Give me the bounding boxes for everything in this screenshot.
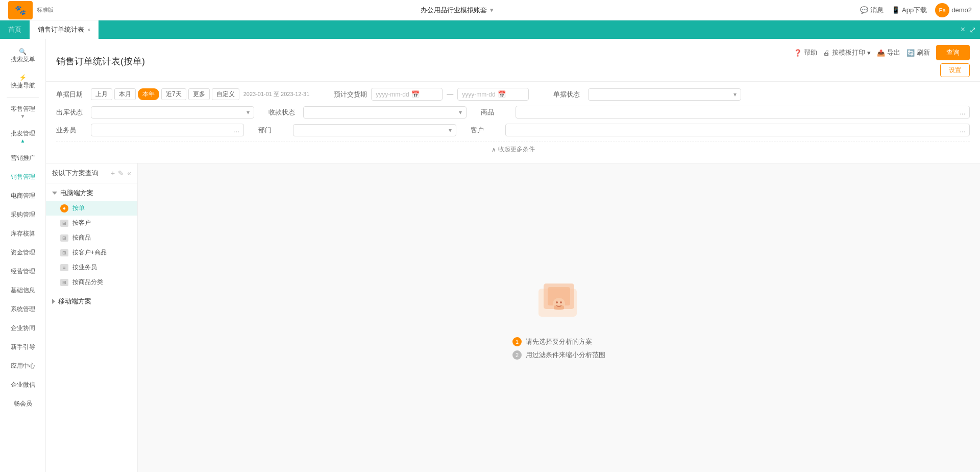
pc-scheme-group-label: 电脑端方案 [60,188,93,198]
scheme-item-by-goods-cat[interactable]: ⊞ 按商品分类 [46,275,137,290]
customer-more-icon[interactable]: ... [960,126,965,134]
date-btn-more[interactable]: 更多 [188,88,210,100]
collapse-panel-icon[interactable]: « [127,169,131,177]
calendar-end-icon: 📅 [498,90,506,98]
empty-hint-1: 1 请先选择要分析的方案 [512,337,605,346]
calendar-start-icon: 📅 [411,90,420,98]
print-template-btn[interactable]: 🖨 按模板打印 ▾ [823,48,871,57]
scheme-item-by-customer[interactable]: ⊞ 按客户 [46,216,137,230]
sidebar-item-marketing[interactable]: 营销推广 [0,149,45,168]
date-btn-7days[interactable]: 近7天 [161,88,186,100]
scheme-by-custgoods-icon: ⊞ [60,249,68,256]
left-panel-actions: + ✎ « [111,169,131,177]
edit-scheme-icon[interactable]: ✎ [118,169,124,177]
svg-rect-4 [554,305,564,310]
app-download-btn[interactable]: 📱 App下载 [892,6,927,15]
date-btn-this-year[interactable]: 本年 [138,88,159,100]
hint-text-1: 请先选择要分析的方案 [526,337,592,346]
sidebar-item-base-info[interactable]: 基础信息 [0,281,45,300]
empty-illustration [528,276,590,327]
user-menu[interactable]: Ea demo2 [935,3,972,17]
add-scheme-icon[interactable]: + [111,169,115,177]
tab-expand-btn[interactable]: ⤢ [969,25,976,35]
tab-home-label: 首页 [8,25,21,34]
sidebar-item-finance[interactable]: 资金管理 [0,243,45,262]
query-button[interactable]: 查询 [936,45,970,60]
sidebar-item-enterprise[interactable]: 企业协同 [0,319,45,338]
salesperson-input[interactable]: ... [91,124,244,136]
scheme-by-cat-label: 按商品分类 [72,278,103,287]
pc-scheme-group-header[interactable]: 电脑端方案 [46,185,137,201]
payment-status-select[interactable]: ▾ [303,106,467,119]
goods-more-icon[interactable]: ... [960,108,965,116]
scheme-by-customer-icon: ⊞ [60,220,68,227]
empty-hint-2: 2 用过滤条件来缩小分析范围 [512,350,605,360]
tabbar: 首页 销售订单统计表 × × ⤢ [0,20,980,39]
scheme-by-customer-label: 按客户 [72,219,91,227]
sidebar-item-inventory[interactable]: 库存核算 [0,224,45,243]
left-panel-header: 按以下方案查询 + ✎ « [46,163,137,183]
empty-state: 1 请先选择要分析的方案 2 用过滤条件来缩小分析范围 [512,276,605,360]
hint-text-2: 用过滤条件来缩小分析范围 [526,350,605,360]
scheme-by-sales-label: 按业务员 [72,263,97,272]
date-btn-this-month[interactable]: 本月 [114,88,136,100]
sidebar-item-wholesale-mgmt[interactable]: 批发管理 ▲ [0,124,45,149]
sidebar-item-membership[interactable]: 畅会员 [0,394,45,413]
settings-button[interactable]: 设置 [940,63,970,77]
sidebar-item-ecommerce[interactable]: 电商管理 [0,186,45,205]
sidebar-item-app-center[interactable]: 应用中心 [0,357,45,375]
left-panel: 按以下方案查询 + ✎ « 电脑端方案 ● 按单 [46,163,138,472]
sidebar-item-retail-mgmt[interactable]: 零售管理 ▼ [0,100,45,124]
refresh-btn[interactable]: 🔄 刷新 [906,48,930,57]
salesperson-label: 业务员 [56,126,87,135]
print-dropdown-icon: ▾ [867,49,871,57]
scheme-item-by-order[interactable]: ● 按单 [46,201,137,216]
hint-num-2: 2 [512,350,522,360]
dept-select[interactable]: ▾ [293,124,456,136]
tab-close-icon[interactable]: × [87,27,90,33]
sidebar-item-search-menu[interactable]: 🔍 搜索菜单 [0,43,45,69]
tab-close-window-btn[interactable]: × [961,25,965,34]
dropdown-icon[interactable]: ▾ [490,6,494,14]
app-title-area[interactable]: 办公用品行业模拟账套 ▾ [421,6,494,15]
sidebar-item-operations[interactable]: 经营管理 [0,262,45,281]
expected-date-start[interactable]: yyyy-mm-dd 📅 [371,88,443,101]
print-icon: 🖨 [823,49,830,57]
customer-input[interactable]: ... [505,124,970,136]
content-area: 销售订单统计表(按单) ❓ 帮助 🖨 按模板打印 ▾ 📤 导出 [46,39,980,472]
sidebar-item-quick-nav[interactable]: ⚡ 快捷导航 [0,69,45,95]
sidebar-item-sys-mgmt[interactable]: 系统管理 [0,300,45,319]
expected-date-end[interactable]: yyyy-mm-dd 📅 [457,88,529,101]
date-btn-custom[interactable]: 自定义 [212,88,239,100]
date-separator: — [447,90,453,98]
message-btn[interactable]: 💬 消息 [860,6,884,15]
ship-status-select[interactable]: ▾ [91,106,254,119]
sidebar-item-new-user[interactable]: 新手引导 [0,338,45,357]
page-title: 销售订单统计表(按单) [56,55,145,67]
mobile-scheme-group-header[interactable]: 移动端方案 [46,294,137,309]
tab-sales-order-stats[interactable]: 销售订单统计表 × [30,20,99,39]
scheme-item-by-customer-goods[interactable]: ⊞ 按客户+商品 [46,245,137,260]
avatar: Ea [935,3,949,17]
mobile-scheme-group: 移动端方案 [46,292,137,311]
collapse-filters-btn[interactable]: ∧ 收起更多条件 [56,141,970,157]
export-icon: 📤 [877,49,885,57]
sidebar-divider-1 [7,97,38,98]
sidebar-item-sales-mgmt[interactable]: 销售管理 [0,168,45,186]
scheme-item-by-goods[interactable]: ⊞ 按商品 [46,230,137,245]
sidebar-item-purchase[interactable]: 采购管理 [0,205,45,224]
doc-status-select[interactable]: ▾ [588,88,741,101]
tab-window-controls: × ⤢ [961,25,980,35]
sidebar-item-wechat[interactable]: 企业微信 [0,375,45,394]
export-btn[interactable]: 📤 导出 [877,48,900,57]
scheme-item-by-salesperson[interactable]: ≡ 按业务员 [46,260,137,275]
main-layout: 🔍 搜索菜单 ⚡ 快捷导航 零售管理 ▼ 批发管理 ▲ 营销推广 销售管理 电商… [0,39,980,472]
tab-home[interactable]: 首页 [0,20,30,39]
goods-input[interactable]: ... [516,106,970,119]
salesperson-more-icon[interactable]: ... [234,126,239,134]
body-layout: 按以下方案查询 + ✎ « 电脑端方案 ● 按单 [46,163,980,472]
date-btn-last-month[interactable]: 上月 [91,88,112,100]
help-btn[interactable]: ❓ 帮助 [794,48,817,57]
download-icon: 📱 [892,6,900,14]
topbar: 🐾 标准版 办公用品行业模拟账套 ▾ 💬 消息 📱 App下载 Ea demo2 [0,0,980,20]
